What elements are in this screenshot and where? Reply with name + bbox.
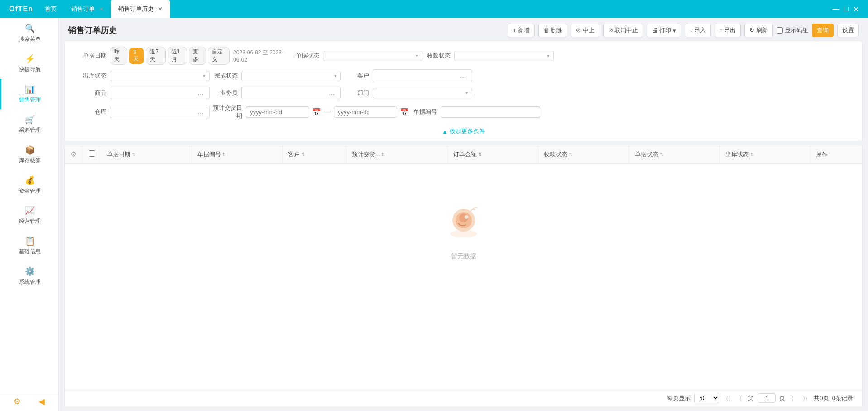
prev-page-btn[interactable]: ⟨ xyxy=(737,394,744,403)
bill-no-label: 单据编号 xyxy=(409,108,441,116)
sidebar-settings-icon[interactable]: ⚙ xyxy=(14,396,21,406)
tab-sales-order[interactable]: 销售订单 ✕ xyxy=(64,0,111,18)
salesperson-input-wrapper: ... xyxy=(241,87,341,99)
th-customer-sort-icon: ⇅ xyxy=(301,152,305,157)
th-order-amount[interactable]: 订单金额 ⇅ xyxy=(448,145,538,164)
window-controls: — □ ✕ xyxy=(832,5,863,14)
th-expected-delivery[interactable]: 预计交货... ⇅ xyxy=(346,145,448,164)
th-out-status-sort-icon: ⇅ xyxy=(750,152,754,157)
goods-input[interactable] xyxy=(114,90,196,97)
sidebar-item-purchase-mgmt[interactable]: 🛒 采购管理 xyxy=(0,109,58,140)
filter-row-1: 单据日期 昨天 3天 近7天 近1月 更多 自定义 2023-06-02 至 2… xyxy=(74,47,853,65)
warehouse-label: 仓库 xyxy=(74,108,110,116)
date-btn-custom[interactable]: 自定义 xyxy=(208,47,230,65)
per-page-select[interactable]: 20 50 100 200 xyxy=(694,393,719,403)
th-out-status[interactable]: 出库状态 ⇅ xyxy=(719,145,810,164)
quick-nav-icon: ⚡ xyxy=(25,54,35,64)
sidebar-item-quick-nav[interactable]: ⚡ 快捷导航 xyxy=(0,48,58,79)
sidebar-collapse-icon[interactable]: ◀ xyxy=(38,396,45,406)
sidebar-item-ops-mgmt[interactable]: 📈 经营管理 xyxy=(0,200,58,231)
maximize-btn[interactable]: □ xyxy=(844,5,849,13)
page-title: 销售订单历史 xyxy=(68,25,117,36)
expected-date-from[interactable] xyxy=(246,106,309,118)
th-bill-status[interactable]: 单据状态 ⇅ xyxy=(629,145,719,164)
th-bill-date-sort-icon: ⇅ xyxy=(132,152,135,157)
date-btn-3days[interactable]: 3天 xyxy=(129,48,144,64)
page-input[interactable] xyxy=(758,393,776,403)
table-settings-icon[interactable]: ⚙ xyxy=(70,150,77,158)
per-page-label: 每页显示 xyxy=(667,394,691,402)
filter-row-2: 出库状态 ▾ 完成状态 ▾ 客户 ... xyxy=(74,69,853,82)
sidebar-item-sys-mgmt[interactable]: ⚙️ 系统管理 xyxy=(0,261,58,291)
done-status-select[interactable]: ▾ xyxy=(241,71,341,81)
close-btn[interactable]: ✕ xyxy=(853,5,859,14)
print-button[interactable]: 🖨 打印 ▾ xyxy=(647,24,681,37)
date-dash: — xyxy=(324,108,331,116)
customer-input[interactable] xyxy=(377,73,458,79)
th-customer[interactable]: 客户 ⇅ xyxy=(282,145,346,164)
tab-home-label: 首页 xyxy=(45,5,57,13)
goods-dots-btn[interactable]: ... xyxy=(196,89,205,97)
print-label: 🖨 打印 xyxy=(652,26,671,34)
display-cols-checkbox-wrapper[interactable]: 显示码组 xyxy=(777,26,808,34)
out-status-select[interactable]: ▾ xyxy=(110,71,210,81)
receipt-status-chevron-icon: ▾ xyxy=(547,53,550,59)
warehouse-input[interactable] xyxy=(114,109,196,116)
done-status-label: 完成状态 xyxy=(210,72,241,80)
sidebar-item-search-menu[interactable]: 🔍 搜索菜单 xyxy=(0,18,58,48)
expected-date-group: 📅 — 📅 xyxy=(246,106,409,118)
import-button[interactable]: ↓ 导入 xyxy=(685,24,711,37)
new-button[interactable]: + 新增 xyxy=(508,24,534,37)
select-all-checkbox[interactable] xyxy=(89,150,95,157)
tab-sales-order-history-close[interactable]: ✕ xyxy=(158,6,163,12)
next-page-btn[interactable]: ⟩ xyxy=(789,394,796,403)
print-dropdown-icon: ▾ xyxy=(673,27,676,34)
salesperson-dots-btn[interactable]: ... xyxy=(327,89,336,97)
settings-button[interactable]: 设置 xyxy=(837,24,859,37)
purchase-mgmt-icon: 🛒 xyxy=(25,115,35,125)
th-bill-status-label: 单据状态 xyxy=(635,150,658,159)
th-settings: ⚙ xyxy=(65,145,83,164)
sidebar-item-sales-mgmt[interactable]: 📊 销售管理 xyxy=(0,79,58,109)
first-page-btn[interactable]: ⟨⟨ xyxy=(723,394,733,403)
bill-status-label: 单据状态 xyxy=(291,52,323,60)
collapse-more-btn[interactable]: ▲ 收起更多条件 xyxy=(74,125,853,135)
th-bill-date[interactable]: 单据日期 ⇅ xyxy=(101,145,192,164)
cancel-stop-button[interactable]: ⊘ 取消中止 xyxy=(603,24,643,37)
sidebar-item-fund-mgmt[interactable]: 💰 资金管理 xyxy=(0,170,58,200)
th-bill-no[interactable]: 单据编号 ⇅ xyxy=(192,145,282,164)
date-btn-1month[interactable]: 近1月 xyxy=(168,47,187,65)
date-btn-7days[interactable]: 近7天 xyxy=(146,47,165,65)
export-button[interactable]: ↑ 导出 xyxy=(715,24,741,37)
delete-button[interactable]: 🗑 删除 xyxy=(538,24,568,37)
goods-label: 商品 xyxy=(74,89,110,97)
dept-chevron-icon: ▾ xyxy=(465,90,468,96)
inventory-calc-icon: 📦 xyxy=(25,145,35,155)
bill-no-input[interactable] xyxy=(441,106,540,118)
dept-select[interactable]: ▾ xyxy=(373,88,472,98)
receipt-status-select[interactable]: ▾ xyxy=(454,51,554,61)
date-btn-today[interactable]: 昨天 xyxy=(110,47,127,65)
sidebar-item-inventory-calc[interactable]: 📦 库存核算 xyxy=(0,140,58,170)
th-receipt-status[interactable]: 收款状态 ⇅ xyxy=(538,145,629,164)
tab-home[interactable]: 首页 xyxy=(38,0,64,18)
expected-date-to[interactable] xyxy=(334,106,397,118)
tab-sales-order-close[interactable]: ✕ xyxy=(99,6,104,12)
cal-from-icon[interactable]: 📅 xyxy=(312,108,321,116)
customer-dots-btn[interactable]: ... xyxy=(458,72,468,80)
stop-button[interactable]: ⊘ 中止 xyxy=(571,24,599,37)
query-button[interactable]: 查询 xyxy=(812,24,834,37)
cal-to-icon[interactable]: 📅 xyxy=(400,108,409,116)
date-btn-more[interactable]: 更多 xyxy=(189,47,206,65)
bill-status-select[interactable]: ▾ xyxy=(323,51,422,61)
minimize-btn[interactable]: — xyxy=(832,5,839,13)
salesperson-input[interactable] xyxy=(245,90,327,97)
display-cols-checkbox[interactable] xyxy=(777,27,783,34)
sidebar-item-basic-info[interactable]: 📋 基础信息 xyxy=(0,231,58,261)
last-page-btn[interactable]: ⟩⟩ xyxy=(800,394,810,403)
warehouse-dots-btn[interactable]: ... xyxy=(196,108,205,116)
goods-input-wrapper: ... xyxy=(110,87,210,99)
tab-sales-order-history[interactable]: 销售订单历史 ✕ xyxy=(111,0,170,18)
th-operation-label: 操作 xyxy=(816,151,828,158)
refresh-button[interactable]: ↻ 刷新 xyxy=(744,24,773,37)
